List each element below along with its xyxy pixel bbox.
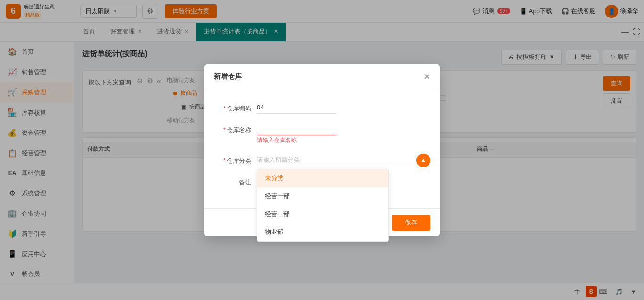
cat-option-unclassified[interactable]: 未分类	[257, 169, 388, 187]
code-input-wrap	[257, 101, 430, 114]
dialog-overlay: 新增仓库 ✕ 仓库编码 仓库名称 请输入仓库名称 仓库分类	[0, 0, 644, 300]
dialog-close-btn[interactable]: ✕	[423, 72, 430, 82]
code-label: 仓库编码	[214, 101, 251, 113]
dialog-header: 新增仓库 ✕	[204, 64, 440, 90]
cat-option-dept2[interactable]: 经营二部	[257, 205, 388, 223]
name-label: 仓库名称	[214, 123, 251, 134]
cat-option-dept1[interactable]: 经营一部	[257, 187, 388, 205]
code-input[interactable]	[257, 101, 336, 114]
dialog-body: 仓库编码 仓库名称 请输入仓库名称 仓库分类 ▲	[204, 90, 440, 208]
form-code-row: 仓库编码	[214, 101, 430, 114]
cat-dropdown: 未分类 经营一部 经营二部 物业部	[257, 169, 389, 242]
name-input[interactable]	[257, 123, 336, 135]
cat-input-wrap: ▲ 未分类 经营一部 经营二部 物业部	[257, 154, 430, 166]
cat-option-property[interactable]: 物业部	[257, 223, 388, 241]
cat-input[interactable]	[257, 154, 430, 166]
cat-label: 仓库分类	[214, 154, 251, 165]
save-btn[interactable]: 保存	[392, 215, 430, 231]
name-input-wrap: 请输入仓库名称	[257, 123, 430, 144]
form-cat-row: 仓库分类 ▲ 未分类 经营一部 经营二部 物业部	[214, 154, 430, 166]
new-warehouse-dialog: 新增仓库 ✕ 仓库编码 仓库名称 请输入仓库名称 仓库分类	[204, 64, 440, 236]
cat-toggle-btn[interactable]: ▲	[416, 154, 430, 167]
note-label: 备注	[214, 175, 251, 187]
dialog-title: 新增仓库	[214, 72, 242, 81]
name-error-msg: 请输入仓库名称	[257, 136, 430, 144]
form-name-row: 仓库名称 请输入仓库名称	[214, 123, 430, 144]
